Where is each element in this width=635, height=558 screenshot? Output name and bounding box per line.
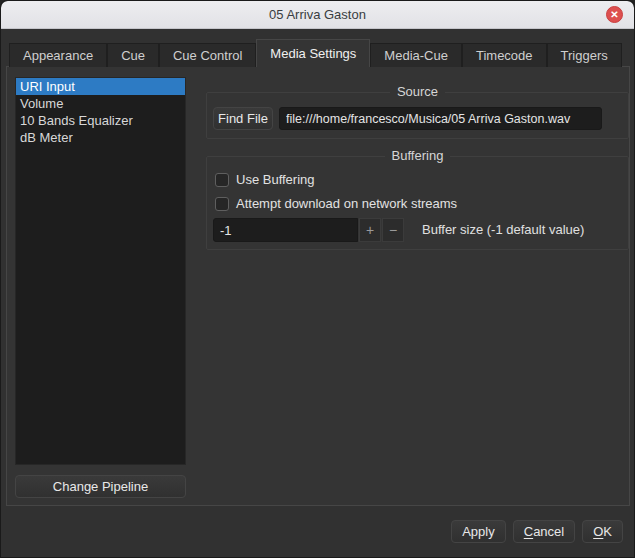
find-file-button[interactable]: Find File	[213, 107, 273, 130]
list-item-10-bands-equalizer[interactable]: 10 Bands Equalizer	[16, 112, 185, 129]
list-item-db-meter[interactable]: dB Meter	[16, 129, 185, 146]
ok-button[interactable]: OK	[582, 520, 623, 543]
uri-input-field[interactable]	[279, 107, 602, 130]
cancel-button[interactable]: Cancel	[513, 520, 575, 543]
buffering-group: Buffering Use Buffering Attempt download…	[206, 156, 629, 250]
tab-cue-control[interactable]: Cue Control	[159, 43, 256, 67]
titlebar[interactable]: 05 Arriva Gaston ✕	[1, 1, 634, 29]
use-buffering-label: Use Buffering	[236, 172, 315, 187]
change-pipeline-button[interactable]: Change Pipeline	[15, 475, 186, 498]
tab-bar: Appearance Cue Cue Control Media Setting…	[9, 39, 622, 67]
tab-appearance[interactable]: Appearance	[9, 43, 107, 67]
list-item-volume[interactable]: Volume	[16, 95, 185, 112]
apply-button[interactable]: Apply	[451, 520, 506, 543]
buffer-size-spinbox[interactable]	[213, 218, 358, 242]
dialog-action-area: Apply Cancel OK	[451, 520, 623, 543]
tab-media-cue[interactable]: Media-Cue	[370, 43, 462, 67]
buffer-size-label: Buffer size (-1 default value)	[422, 222, 584, 237]
window-title: 05 Arriva Gaston	[1, 1, 634, 29]
attempt-download-label: Attempt download on network streams	[236, 196, 457, 211]
tab-triggers[interactable]: Triggers	[547, 43, 622, 67]
settings-page-list: URI Input Volume 10 Bands Equalizer dB M…	[15, 77, 186, 465]
tab-cue[interactable]: Cue	[107, 43, 159, 67]
source-group: Source Find File	[206, 92, 629, 139]
spin-decrement-icon[interactable]: −	[382, 218, 404, 242]
media-settings-dialog: 05 Arriva Gaston ✕ Appearance Cue Cue Co…	[0, 0, 635, 558]
list-item-uri-input[interactable]: URI Input	[16, 78, 185, 95]
attempt-download-checkbox[interactable]	[215, 197, 229, 211]
use-buffering-checkbox[interactable]	[215, 173, 229, 187]
spin-increment-icon[interactable]: +	[359, 218, 381, 242]
close-icon[interactable]: ✕	[606, 6, 623, 23]
tab-timecode[interactable]: Timecode	[462, 43, 547, 67]
tab-media-settings[interactable]: Media Settings	[256, 39, 370, 67]
